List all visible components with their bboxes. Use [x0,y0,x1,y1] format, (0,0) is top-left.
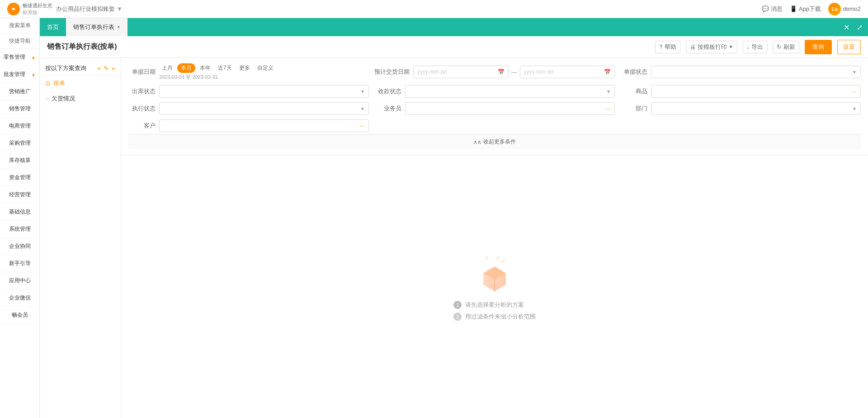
refresh-btn[interactable]: ↻ 刷新 [773,41,799,53]
collapse-up-icon: ∧∧ [473,139,481,145]
scheme-collapse-icon[interactable]: « [112,65,115,72]
empty-step-2: 2 用过滤条件来缩小分析范围 [453,313,536,321]
settings-btn[interactable]: 设置 [837,40,861,54]
date-last-month-btn[interactable]: 上月 [159,63,175,73]
tab-maximize-icon[interactable]: ⤢ [855,21,864,33]
refresh-icon: ↻ [777,43,782,50]
empty-illustration [474,253,515,294]
scheme-inactive-icon: ○ [45,95,49,102]
product-more-icon: ··· [851,88,857,95]
sidebar-item-wholesale[interactable]: 批发管理 ▲ [0,66,39,83]
filter-conditions: 单据日期 上月 本月 本年 近7天 更多 自定义 20 [121,58,868,155]
customer-select[interactable]: ··· [159,119,369,132]
customer-label: 客户 [128,122,156,130]
filter-warehouse-item: 出库状态 ▼ [128,85,369,98]
status-arrow-icon: ▼ [852,70,857,75]
scheme-add-icon[interactable]: + [97,65,101,72]
header-left: 畅捷通好生意 标准版 办公用品行业模拟账套 ▼ [7,2,123,15]
sidebar-item-purchase[interactable]: 采购管理 [0,135,39,152]
date-this-month-btn[interactable]: 本月 [177,63,195,73]
print-icon: 🖨 [690,43,696,50]
date-last7-btn[interactable]: 近7天 [215,63,235,73]
header-arrow-icon[interactable]: ▼ [117,5,123,12]
collapse-btn[interactable]: ∧∧ 收起更多条件 [128,134,861,149]
date-more-btn[interactable]: 更多 [236,63,253,73]
wholesale-arrow-icon: ▲ [31,72,36,77]
status-select[interactable]: ▼ [651,66,861,78]
logo-text: 畅捷通好生意 标准版 [23,2,52,15]
export-icon: ↓ [747,43,750,50]
date-custom-btn[interactable]: 自定义 [255,63,276,73]
dept-arrow-icon: ▼ [852,106,857,111]
app-download-btn[interactable]: 📱 App下载 [790,5,821,13]
filter-status-item: 单据状态 ▼ [620,63,861,81]
exec-select[interactable]: ▼ [159,102,369,115]
svg-line-4 [497,256,499,260]
sidebar-item-wechat[interactable]: 企业微信 [0,290,39,307]
salesman-more-icon: ··· [605,105,611,112]
salesman-label: 业务员 [374,104,401,113]
sidebar-item-newbie[interactable]: 新手引导 [0,255,39,272]
sidebar-item-basic-info[interactable]: 基础信息 [0,204,39,221]
sidebar-item-marketing[interactable]: 营销推广 [0,83,39,100]
tab-close-icon[interactable]: × [117,24,120,30]
main-content: 按以下方案查询 + ✎ « ⊙ 按单 ○ 欠货情况 [40,58,868,418]
template-print-btn[interactable]: 🖨 按模板打印 ▼ [686,41,737,53]
tab-restore-icon[interactable]: ✕ [842,21,851,33]
date-label: 单据日期 [128,68,156,76]
empty-state: 1 请先选择要分析的方案 2 用过滤条件来缩小分析范围 [121,155,868,418]
sidebar-item-system[interactable]: 系统管理 [0,221,39,238]
help-btn[interactable]: ? 帮助 [655,41,680,53]
content-area: 首页 销售订单执行表 × ✕ ⤢ 销售订单执行表(按单) ? 帮助 🖨 按模板打… [40,18,868,418]
export-btn[interactable]: ↓ 导出 [743,41,768,53]
sidebar-item-inventory[interactable]: 库存核算 [0,152,39,169]
scheme-item-by-order[interactable]: ⊙ 按单 [40,76,121,91]
date-this-year-btn[interactable]: 本年 [197,63,213,73]
sidebar-search[interactable]: 搜索菜单 [0,18,39,33]
exec-arrow-icon: ▼ [360,106,365,111]
sidebar-item-retail[interactable]: 零售管理 ▲ [0,49,39,66]
top-header: 畅捷通好生意 标准版 办公用品行业模拟账套 ▼ 💬 消息 📱 App下载 Ea … [0,0,868,18]
sidebar: 搜索菜单 快捷导航 零售管理 ▲ 批发管理 ▲ 营销推广 销售管理 电商管理 采… [0,18,40,418]
empty-step-1: 1 请先选择要分析的方案 [453,301,536,309]
sidebar-item-sales[interactable]: 销售管理 [0,100,39,118]
page-title: 销售订单执行表(按单) [47,42,117,52]
svg-line-6 [486,256,488,260]
tab-home[interactable]: 首页 [40,18,66,36]
sidebar-item-finance[interactable]: 资金管理 [0,169,39,186]
user-area[interactable]: Ea demo2 [828,3,861,15]
svg-line-5 [501,260,505,262]
customer-more-icon: ··· [359,122,365,129]
dept-select[interactable]: ▼ [651,102,861,115]
sidebar-item-ecommerce[interactable]: 电商管理 [0,118,39,135]
sidebar-quick-nav[interactable]: 快捷导航 [0,33,39,49]
filter-exec-item: 执行状态 ▼ [128,102,369,115]
user-avatar: Ea [828,3,841,15]
delivery-end-date[interactable]: yyyy-mm-dd 📅 [520,66,615,78]
message-btn[interactable]: 💬 消息 [762,5,783,13]
filter-salesman-item: 业务员 ··· [374,102,615,115]
help-icon: ? [659,43,662,50]
sidebar-item-enterprise[interactable]: 企业协同 [0,238,39,255]
sidebar-item-operations[interactable]: 经营管理 [0,186,39,204]
sidebar-item-app-center[interactable]: 应用中心 [0,272,39,290]
tab-bar: 首页 销售订单执行表 × ✕ ⤢ [40,18,868,36]
calendar-icon: 📅 [498,69,505,75]
main-layout: 搜索菜单 快捷导航 零售管理 ▲ 批发管理 ▲ 营销推广 销售管理 电商管理 采… [0,18,868,418]
date-dash: — [511,69,517,76]
payment-select[interactable]: ▼ [405,85,615,98]
warehouse-select[interactable]: ▼ [159,85,369,98]
salesman-select[interactable]: ··· [405,102,615,115]
filter-payment-item: 收款状态 ▼ [374,85,615,98]
search-btn[interactable]: 查询 [805,40,832,54]
scheme-edit-icon[interactable]: ✎ [104,65,109,72]
empty-steps: 1 请先选择要分析的方案 2 用过滤条件来缩小分析范围 [453,301,536,321]
scheme-item-shortage[interactable]: ○ 欠货情况 [40,91,121,106]
filter-customer-item: 客户 ··· [128,119,369,132]
sidebar-item-vip[interactable]: 畅会员 [0,307,39,324]
delivery-start-date[interactable]: yyyy-mm-dd 📅 [413,66,509,78]
product-label: 商品 [620,87,647,95]
tab-sales-order[interactable]: 销售订单执行表 × [66,18,127,36]
product-select[interactable]: ··· [651,85,861,98]
header-right: 💬 消息 📱 App下载 Ea demo2 [762,3,861,15]
